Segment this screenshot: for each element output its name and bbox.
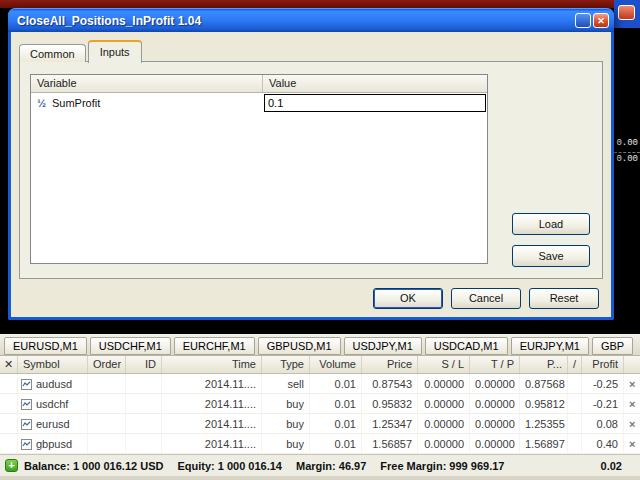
chart-tab-usdchf[interactable]: USDCHF,M1: [90, 337, 171, 355]
col-type[interactable]: Type: [262, 356, 310, 373]
trade-row-gbpusd[interactable]: gbpusd 2014.11.... buy 0.01 1.56857 0.00…: [0, 434, 640, 454]
cell-tp: 0.00000: [470, 374, 520, 394]
chart-icon: [21, 439, 32, 450]
cell-volume: 0.01: [310, 434, 362, 454]
chart-icon: [21, 379, 32, 390]
trade-rows: audusd 2014.11.... sell 0.01 0.87543 0.0…: [0, 374, 640, 454]
cell-price: 1.56857: [362, 434, 418, 454]
cell-tp: 0.00000: [470, 414, 520, 434]
cancel-button[interactable]: Cancel: [451, 288, 521, 309]
cell-type: buy: [262, 414, 310, 434]
trade-row-audusd[interactable]: audusd 2014.11.... sell 0.01 0.87543 0.0…: [0, 374, 640, 394]
cell-id: [126, 414, 162, 434]
cell-id: [126, 374, 162, 394]
dialog-titlebar[interactable]: CloseAll_Positions_InProfit 1.04 ✕: [8, 8, 614, 32]
cell-profit: 0.08: [582, 414, 624, 434]
save-button[interactable]: Save: [512, 245, 590, 267]
col-time[interactable]: Time: [162, 356, 262, 373]
chart-tab-eurchf[interactable]: EURCHF,M1: [174, 337, 255, 355]
free-margin-label: Free Margin: 999 969.17: [380, 460, 504, 472]
terminal-header: ✕ Symbol Order ID Time Type Volume Price…: [0, 356, 640, 374]
ok-button[interactable]: OK: [373, 288, 443, 309]
parameter-row[interactable]: ½ SumProfit: [31, 93, 487, 113]
account-summary-row: + Balance: 1 000 016.12 USD Equity: 1 00…: [0, 454, 640, 476]
col-sl[interactable]: S / L: [418, 356, 470, 373]
symbol-label: gbpusd: [36, 434, 72, 454]
balance-label: Balance: 1 000 016.12 USD: [24, 460, 163, 472]
cell-type: buy: [262, 394, 310, 414]
symbol-label: usdchf: [36, 394, 68, 414]
cell-order: [88, 434, 126, 454]
total-profit: 0.02: [601, 460, 640, 472]
price-label: 0.00: [616, 138, 638, 148]
chart-tab-gbpusd[interactable]: GBPUSD,M1: [258, 337, 341, 355]
reset-button[interactable]: Reset: [529, 288, 599, 309]
background-titlebar-strip: [0, 0, 640, 8]
plus-icon: +: [5, 459, 18, 472]
chart-icon: [21, 419, 32, 430]
col-variable[interactable]: Variable: [31, 75, 263, 92]
dialog-help-button[interactable]: [575, 13, 591, 28]
cell-id: [126, 434, 162, 454]
chart-tab-gbp[interactable]: GBP: [592, 337, 633, 355]
chart-icon: [21, 399, 32, 410]
cell-profit: -0.21: [582, 394, 624, 414]
cell-volume: 0.01: [310, 394, 362, 414]
window-close-button[interactable]: [618, 5, 635, 20]
cell-sl: 0.00000: [418, 414, 470, 434]
chart-tab-usdjpy[interactable]: USDJPY,M1: [344, 337, 422, 355]
tab-common[interactable]: Common: [19, 44, 86, 62]
col-slash[interactable]: /: [568, 356, 582, 373]
margin-label: Margin: 46.97: [296, 460, 366, 472]
dialog-close-icon[interactable]: ✕: [593, 13, 609, 28]
trade-row-eurusd[interactable]: eurusd 2014.11.... buy 0.01 1.25347 0.00…: [0, 414, 640, 434]
cell-id: [126, 394, 162, 414]
cell-time: 2014.11....: [162, 394, 262, 414]
terminal-close-icon[interactable]: ✕: [0, 356, 18, 373]
cell-profit: 0.40: [582, 434, 624, 454]
cell-profit: -0.25: [582, 374, 624, 394]
chart-tab-eurjpy[interactable]: EURJPY,M1: [511, 337, 589, 355]
chart-tab-eurusd[interactable]: EURUSD,M1: [4, 337, 87, 355]
cell-volume: 0.01: [310, 374, 362, 394]
tab-inputs[interactable]: Inputs: [88, 40, 142, 63]
equity-label: Equity: 1 000 016.14: [177, 460, 282, 472]
sumprofit-value-input[interactable]: [264, 94, 486, 112]
col-id[interactable]: ID: [126, 356, 162, 373]
inputs-tab-page: Variable Value ½ SumProfit Load Save: [19, 61, 603, 279]
cell-price: 0.95832: [362, 394, 418, 414]
close-trade-icon[interactable]: ×: [624, 434, 640, 454]
trade-row-usdchf[interactable]: usdchf 2014.11.... buy 0.01 0.95832 0.00…: [0, 394, 640, 414]
parameter-type-icon: ½: [35, 97, 48, 109]
dialog-body: Common Inputs Variable Value ½ SumProfit: [8, 32, 614, 320]
cell-sl: 0.00000: [418, 374, 470, 394]
col-value[interactable]: Value: [263, 75, 487, 92]
col-symbol[interactable]: Symbol: [18, 356, 88, 373]
chart-tab-usdcad[interactable]: USDCAD,M1: [425, 337, 508, 355]
cell-sl: 0.00000: [418, 394, 470, 414]
cell-order: [88, 394, 126, 414]
load-button[interactable]: Load: [512, 213, 590, 235]
symbol-label: eurusd: [36, 414, 70, 434]
col-tp[interactable]: T / P: [470, 356, 520, 373]
col-price[interactable]: Price: [362, 356, 418, 373]
dialog-title: CloseAll_Positions_InProfit 1.04: [17, 14, 573, 28]
col-volume[interactable]: Volume: [310, 356, 362, 373]
col-profit[interactable]: Profit: [582, 356, 624, 373]
symbol-label: audusd: [36, 374, 72, 394]
terminal-panel: EURUSD,M1 USDCHF,M1 EURCHF,M1 GBPUSD,M1 …: [0, 334, 640, 480]
close-trade-icon[interactable]: ×: [624, 414, 640, 434]
window-bottom-edge: [0, 476, 640, 480]
close-trade-icon[interactable]: ×: [624, 374, 640, 394]
col-p[interactable]: P...: [520, 356, 568, 373]
cell-order: [88, 414, 126, 434]
cell-type: buy: [262, 434, 310, 454]
cell-volume: 0.01: [310, 414, 362, 434]
cell-current-price: 0.95812: [520, 394, 568, 414]
close-trade-icon[interactable]: ×: [624, 394, 640, 414]
parameters-list: Variable Value ½ SumProfit: [30, 74, 488, 264]
col-order[interactable]: Order: [88, 356, 126, 373]
cell-tp: 0.00000: [470, 434, 520, 454]
cell-tp: 0.00000: [470, 394, 520, 414]
parameters-header: Variable Value: [31, 75, 487, 93]
